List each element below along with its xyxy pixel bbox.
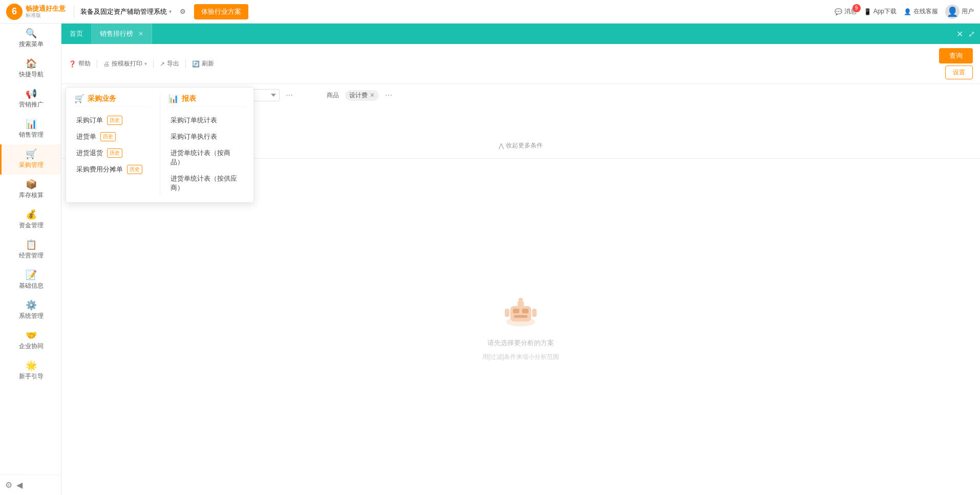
purchase-dropdown-menu: 🛒 采购业务 采购订单 历史 进货单 历史 进货退货 历史 采购费用分摊单 历史 [66,87,254,203]
collab-icon: 🤝 [26,331,37,340]
empty-state: 请先选择要分析的方案 用[过滤]条件来缩小分析范围 [61,159,980,495]
basic-icon: 📝 [26,270,37,279]
sidebar-label-nav: 快捷导航 [19,70,44,79]
tab-bar-right: ✕ ⤢ [951,29,980,39]
svg-rect-7 [505,309,509,317]
print-button[interactable]: 🖨 按模板打印 ▾ [103,59,147,68]
export-button[interactable]: ↗ 导出 [160,59,179,68]
inbound-by-supplier-label: 进货单统计表（按供应商） [171,174,244,192]
inbound-item[interactable]: 进货单 历史 [74,128,152,145]
print-dropdown-icon[interactable]: ▾ [144,61,147,67]
logo-text: 畅捷通好生意 标准版 [26,5,66,19]
sidebar-item-purchase[interactable]: 🛒 采购管理 [0,144,61,175]
purchase-icon: 🛒 [26,149,37,159]
settings-icon[interactable]: ⚙ [176,5,190,19]
sidebar-label-search: 搜索菜单 [19,40,44,49]
user-label: 用户 [962,7,974,16]
app-download-button[interactable]: 📱 App下载 [864,7,897,16]
online-service-button[interactable]: 👤 在线客服 [904,7,938,16]
tab-home-label: 首页 [70,29,83,38]
svg-point-6 [519,298,523,303]
sidebar-label-operation: 经营管理 [19,251,44,260]
dropdown-cols: 🛒 采购业务 采购订单 历史 进货单 历史 进货退货 历史 采购费用分摊单 历史 [66,94,253,196]
guide-icon: 🌟 [26,361,37,370]
goods-tag-text: 设计费 [349,91,368,100]
goods-tag-close-icon[interactable]: ✕ [370,92,375,99]
sidebar-label-finance: 资金管理 [19,221,44,230]
doc-status-more-icon[interactable]: ⋯ [286,91,294,99]
online-service-label: 在线客服 [913,7,938,16]
refresh-button[interactable]: 🔄 刷新 [192,59,214,68]
industry-button[interactable]: 体验行业方案 [194,4,248,19]
toolbar-sep-1 [97,60,97,68]
svg-rect-2 [513,309,519,313]
tab-close-all-icon[interactable]: ✕ [956,29,963,39]
export-icon: ↗ [160,60,165,68]
finance-icon: 💰 [26,210,37,219]
goods-more-icon[interactable]: ⋯ [385,91,393,99]
export-label: 导出 [167,59,179,68]
sidebar-item-nav[interactable]: 🏠 快捷导航 [0,54,61,84]
inbound-by-goods-item[interactable]: 进货单统计表（按商品） [168,145,246,170]
tab-close-icon[interactable]: ✕ [138,30,143,37]
svg-rect-8 [532,309,537,317]
sidebar-item-marketing[interactable]: 📢 营销推广 [0,84,61,114]
user-avatar[interactable]: 👤 用户 [945,5,974,19]
purchase-expense-item[interactable]: 采购费用分摊单 历史 [74,161,152,178]
query-button[interactable]: 查询 [939,48,973,63]
sidebar-item-collab[interactable]: 🤝 企业协同 [0,326,61,356]
sidebar-collapse-icon[interactable]: ◀ [16,480,23,490]
sidebar-item-search[interactable]: 🔍 搜索菜单 [0,24,61,54]
svg-rect-3 [522,309,528,313]
empty-hint1: 请先选择要分析的方案 [487,338,554,348]
sidebar-settings-icon[interactable]: ⚙ [5,480,12,490]
inbound-by-supplier-item[interactable]: 进货单统计表（按供应商） [168,170,246,196]
sidebar-item-sales[interactable]: 📊 销售管理 [0,114,61,144]
sidebar-label-purchase: 采购管理 [19,161,44,169]
app-download-label: App下载 [874,7,897,16]
logo-sub: 标准版 [26,12,66,18]
toolbar-sep-3 [185,60,186,68]
message-button[interactable]: 💬 消息 9 [835,7,857,16]
inbound-label: 进货单 [76,132,96,141]
tab-sales-rank[interactable]: 销售排行榜 ✕ [92,24,152,44]
goods-tag: 设计费 ✕ [345,90,379,101]
avatar-icon: 👤 [945,5,960,19]
tab-home[interactable]: 首页 [61,24,92,44]
sidebar: 🔍 搜索菜单 🏠 快捷导航 📢 营销推广 📊 销售管理 🛒 采购管理 📦 库存核… [0,24,61,495]
purchase-order-item[interactable]: 采购订单 历史 [74,112,152,128]
toolbar: ❓ 帮助 🖨 按模板打印 ▾ ↗ 导出 🔄 刷新 查询 设置 [61,44,980,84]
help-button[interactable]: ❓ 帮助 [69,59,91,68]
po-stats-item[interactable]: 采购订单统计表 [168,112,246,128]
purchase-sect-icon: 🛒 [74,94,84,103]
sidebar-label-collab: 企业协同 [19,342,44,351]
goods-label: 商品 [327,91,339,100]
sidebar-item-operation[interactable]: 📋 经营管理 [0,235,61,265]
collapse-icon: ⋀ [499,142,504,149]
inbound-return-item[interactable]: 进货退货 历史 [74,145,152,161]
sidebar-item-system[interactable]: ⚙️ 系统管理 [0,295,61,326]
purchase-section-label: 采购业务 [88,94,116,103]
refresh-icon: 🔄 [192,60,200,68]
collapse-label: 收起更多条件 [506,141,543,150]
sidebar-label-inventory: 库存核算 [19,191,44,200]
tab-maximize-icon[interactable]: ⤢ [968,29,975,39]
topbar-right: 💬 消息 9 📱 App下载 👤 在线客服 👤 用户 [835,5,974,19]
settings-button[interactable]: 设置 [945,66,973,79]
sidebar-label-sales: 销售管理 [19,131,44,139]
sidebar-bottom: ⚙ ◀ [0,475,61,495]
sidebar-item-finance[interactable]: 💰 资金管理 [0,205,61,235]
system-icon: ⚙️ [26,300,37,310]
po-exec-label: 采购订单执行表 [171,132,217,141]
system-title-dropdown[interactable]: 装备及固定资产辅助管理系统 ▾ [80,7,172,16]
inbound-hist-badge: 历史 [100,132,116,141]
po-exec-item[interactable]: 采购订单执行表 [168,128,246,145]
dropdown-arrow-icon: ▾ [169,9,172,14]
sidebar-item-basic[interactable]: 📝 基础信息 [0,265,61,295]
print-icon: 🖨 [103,60,110,68]
sidebar-item-guide[interactable]: 🌟 新手引导 [0,356,61,386]
report-section-label: 报表 [182,94,196,103]
refresh-label: 刷新 [202,59,214,68]
sidebar-item-inventory[interactable]: 📦 库存核算 [0,175,61,205]
system-title: 装备及固定资产辅助管理系统 [80,7,167,16]
